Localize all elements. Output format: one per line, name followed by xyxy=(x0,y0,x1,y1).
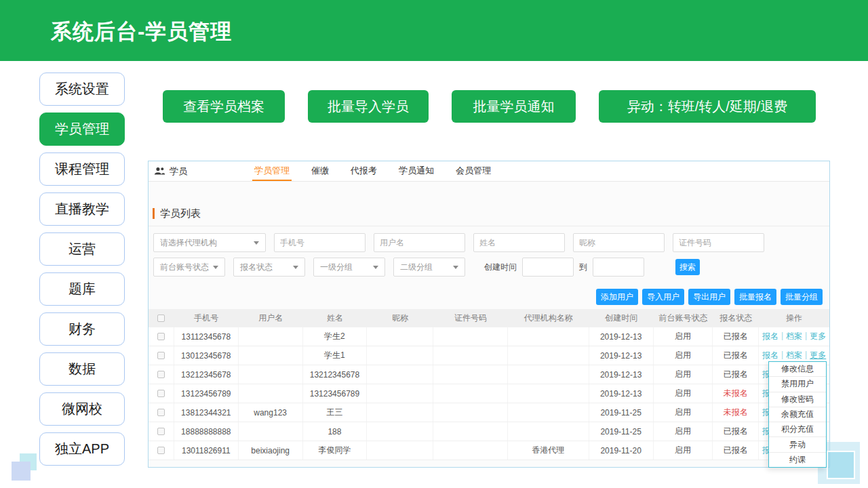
cell-id-number xyxy=(433,422,508,441)
sidebar-item-course-management[interactable]: 课程管理 xyxy=(39,152,125,186)
import-users-button[interactable]: 导入用户 xyxy=(642,289,684,305)
enroll-link[interactable]: 报名 xyxy=(762,331,778,342)
sidebar-item-standalone-app[interactable]: 独立APP xyxy=(39,432,125,466)
created-time-label: 创建时间 xyxy=(484,262,517,273)
sidebar-item-micro-school[interactable]: 微网校 xyxy=(39,392,125,426)
row-checkbox[interactable] xyxy=(157,409,165,416)
cell-phone: 13012345678 xyxy=(174,346,239,365)
sidebar-item-student-management[interactable]: 学员管理 xyxy=(39,113,125,146)
menu-item-points-recharge[interactable]: 积分充值 xyxy=(769,422,826,437)
add-user-button[interactable]: 添加用户 xyxy=(596,289,638,305)
batch-enroll-button[interactable]: 批量报名 xyxy=(734,289,776,305)
menu-item-change-password[interactable]: 修改密码 xyxy=(769,392,826,407)
sidebar-item-finance[interactable]: 财务 xyxy=(39,312,125,346)
id-number-input[interactable] xyxy=(673,233,764,252)
phone-input[interactable] xyxy=(274,233,366,252)
enroll-link[interactable]: 报名 xyxy=(762,350,778,361)
cell-username xyxy=(239,365,303,384)
cell-username xyxy=(239,327,303,346)
panel-body: 学员列表 请选择代理机构 前台账号状态 xyxy=(149,182,829,467)
menu-item-change-status[interactable]: 异动 xyxy=(769,437,826,452)
cell-created: 2019-11-25 xyxy=(589,403,654,422)
tab-student-management[interactable]: 学员管理 xyxy=(252,161,292,181)
row-checkbox[interactable] xyxy=(157,333,165,340)
cell-enroll-status: 未报名 xyxy=(713,403,759,422)
select-all-checkbox[interactable] xyxy=(157,314,165,322)
sidebar-item-live-teaching[interactable]: 直播教学 xyxy=(39,192,125,226)
quick-action-batch-student-notice[interactable]: 批量学员通知 xyxy=(452,90,576,123)
page-title: 系统后台-学员管理 xyxy=(0,0,868,46)
chevron-down-icon xyxy=(373,266,378,269)
row-checkbox[interactable] xyxy=(157,352,165,359)
menu-item-book-class[interactable]: 约课 xyxy=(769,453,826,467)
row-checkbox[interactable] xyxy=(157,390,165,397)
cell-agency xyxy=(508,403,589,422)
row-checkbox[interactable] xyxy=(157,428,165,435)
cell-created: 2019-12-13 xyxy=(589,365,654,384)
to-label: 到 xyxy=(579,262,587,273)
cell-username xyxy=(239,346,303,365)
nickname-input[interactable] xyxy=(573,233,665,252)
sidebar-item-system-settings[interactable]: 系统设置 xyxy=(39,73,125,106)
cell-enroll-status: 未报名 xyxy=(713,384,759,403)
cell-id-number xyxy=(433,346,508,365)
cell-phone: 13112345678 xyxy=(174,327,239,346)
row-checkbox[interactable] xyxy=(157,447,165,454)
cell-nickname xyxy=(367,365,433,384)
quick-action-view-student-files[interactable]: 查看学员档案 xyxy=(163,90,285,123)
created-time-to-input[interactable] xyxy=(593,258,644,277)
enroll-status-select[interactable]: 报名状态 xyxy=(233,258,305,277)
link-separator: | xyxy=(781,350,783,361)
group-level2-select-value: 二级分组 xyxy=(400,262,433,273)
profile-link[interactable]: 档案 xyxy=(786,350,802,361)
menu-item-disable-user[interactable]: 禁用用户 xyxy=(769,377,826,392)
tab-bar: 学员管理 催缴 代报考 学员通知 会员管理 xyxy=(252,161,493,181)
agency-select[interactable]: 请选择代理机构 xyxy=(153,233,266,252)
search-button[interactable]: 搜索 xyxy=(675,259,700,275)
group-level2-select[interactable]: 二级分组 xyxy=(393,258,465,277)
menu-item-edit-info[interactable]: 修改信息 xyxy=(769,362,826,377)
cell-nickname xyxy=(367,384,433,403)
cell-account-status: 启用 xyxy=(654,422,713,441)
tab-proxy-exam-registration[interactable]: 代报考 xyxy=(349,161,379,181)
account-status-select[interactable]: 前台账号状态 xyxy=(153,258,225,277)
quick-action-batch-import-students[interactable]: 批量导入学员 xyxy=(308,90,429,123)
more-link-open[interactable]: 更多 xyxy=(810,350,826,361)
sidebar: 系统设置 学员管理 课程管理 直播教学 运营 题库 财务 数据 微网校 独立AP… xyxy=(39,73,125,466)
tab-member-management[interactable]: 会员管理 xyxy=(454,161,493,181)
profile-link[interactable]: 档案 xyxy=(786,331,802,342)
group-level1-select[interactable]: 一级分组 xyxy=(313,258,385,277)
tab-payment-reminder[interactable]: 催缴 xyxy=(309,161,331,181)
batch-group-button[interactable]: 批量分组 xyxy=(781,289,823,305)
cell-username xyxy=(239,422,303,441)
tab-student-notice[interactable]: 学员通知 xyxy=(397,161,436,181)
cell-agency: 香港代理 xyxy=(508,441,589,460)
cell-enroll-status: 已报名 xyxy=(713,441,759,460)
sidebar-item-data[interactable]: 数据 xyxy=(39,352,125,386)
menu-item-balance-recharge[interactable]: 余额充值 xyxy=(769,407,826,422)
cell-name: 学生1 xyxy=(303,346,368,365)
username-input[interactable] xyxy=(374,233,465,252)
chevron-down-icon xyxy=(213,266,218,269)
col-agency: 代理机构名称 xyxy=(508,309,589,327)
export-users-button[interactable]: 导出用户 xyxy=(688,289,730,305)
row-checkbox[interactable] xyxy=(157,371,165,378)
module-label: 学员 xyxy=(170,165,187,178)
student-table: 手机号 用户名 姓名 昵称 证件号码 代理机构名称 创建时间 前台账号状态 报名… xyxy=(149,309,829,460)
sidebar-item-question-bank[interactable]: 题库 xyxy=(39,272,125,306)
more-link[interactable]: 更多 xyxy=(810,331,826,342)
table-row: 13011826911 beixiaojing 李俊同学 香港代理 2019-1… xyxy=(149,441,829,460)
cell-nickname xyxy=(367,441,433,460)
created-time-from-input[interactable] xyxy=(522,258,574,277)
student-panel: 学员 学员管理 催缴 代报考 学员通知 会员管理 学员列表 请选择代理机构 xyxy=(148,161,830,468)
module-label-wrap: 学员 xyxy=(154,161,252,181)
bulk-actions-row: 添加用户 导入用户 导出用户 批量报名 批量分组 xyxy=(149,289,823,305)
cell-created: 2019-12-13 xyxy=(589,384,654,403)
sidebar-item-operations[interactable]: 运营 xyxy=(39,232,125,266)
cell-nickname xyxy=(367,422,433,441)
name-input[interactable] xyxy=(473,233,565,252)
quick-action-change-transfer-refund[interactable]: 异动：转班/转人/延期/退费 xyxy=(599,90,816,123)
col-phone: 手机号 xyxy=(174,309,239,327)
table-row: 13212345678 13212345678 2019-12-13 启用 已报… xyxy=(149,365,829,384)
cell-created: 2019-12-13 xyxy=(589,327,654,346)
